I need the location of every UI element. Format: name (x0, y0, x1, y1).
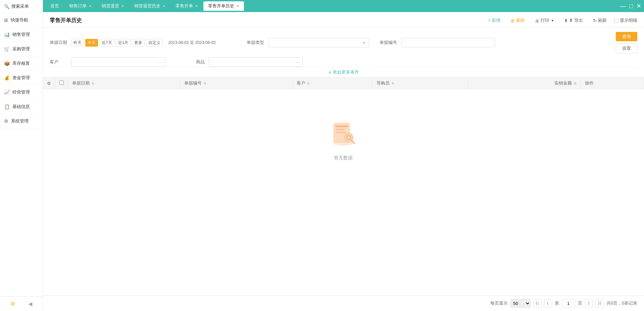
print-button[interactable]: 🖨 打印 ▼ (532, 16, 557, 25)
sidebar-search-label: 搜索采单 (11, 3, 29, 9)
action-buttons: 查询 设置 (616, 32, 637, 53)
th-doc-date[interactable]: 单据日期 ⇅ (68, 77, 180, 89)
svg-rect-3 (335, 129, 345, 130)
collapse-up-icon: ∧ (328, 70, 332, 75)
last-page-btn[interactable]: ⟩⟩ (596, 299, 604, 307)
th-guide[interactable]: 导购员 ⇅ (373, 77, 468, 89)
window-close-btn[interactable]: ✕ (636, 2, 641, 10)
tab-retail-open-close[interactable]: ✕ (195, 4, 198, 8)
window-maximize-btn[interactable]: □ (629, 3, 633, 10)
sidebar-item-base-info[interactable]: 📋 基础信息 (0, 100, 43, 114)
th-doc-no-label: 单据编号 (184, 81, 202, 86)
tab-home-label: 首页 (50, 3, 59, 9)
sidebar-item-label: 基础信息 (12, 104, 30, 110)
print-icon: 🖨 (535, 18, 539, 23)
tab-bar: 首页 销售订单 ✕ 销货退货 ✕ 销货退货历史 ✕ 零售开单 ✕ 零售开单历史 … (43, 0, 644, 12)
delete-button[interactable]: 🗑 删除 (508, 16, 528, 25)
tab-home[interactable]: 首页 (46, 1, 64, 11)
th-actual-amount[interactable]: 实销金额 ⇅ (468, 77, 581, 89)
doc-no-label: 单据编号 (380, 40, 397, 46)
date-btn-custom[interactable]: 自定义 (146, 39, 163, 47)
sidebar-item-operations[interactable]: 📈 经营管理 (0, 85, 43, 100)
tab-sales-return-label: 销货退货 (102, 3, 119, 9)
doc-type-chevron-icon: ▼ (362, 41, 366, 45)
sort-doc-date-icon: ⇅ (92, 82, 94, 85)
sidebar-item-purchase-mgmt[interactable]: 🛒 采购管理 (0, 42, 43, 56)
show-detail-toggle[interactable]: 显示明细 (614, 17, 637, 23)
add-label: + 新增 (488, 17, 500, 23)
finance-icon: 💰 (4, 75, 10, 81)
filter-collapse-btn[interactable]: ∧ 收起更多条件 (50, 67, 637, 77)
query-button[interactable]: 查询 (616, 32, 637, 41)
export-label: ⬆ 导出 (569, 17, 583, 23)
tab-retail-open-history-close[interactable]: ✕ (236, 4, 239, 8)
filter-area: 单据日期 昨天 今天 近7天 近1月 更多 自定义 2023-06-02 至 2… (43, 28, 644, 77)
settings-icon[interactable]: ⚙ (10, 301, 15, 307)
collapse-label: 收起更多条件 (333, 69, 359, 75)
tab-sales-order-close[interactable]: ✕ (89, 4, 92, 8)
tab-sales-order[interactable]: 销售订单 ✕ (64, 1, 96, 11)
goods-select[interactable]: ··· (209, 57, 303, 67)
window-minimize-btn[interactable]: — (620, 3, 626, 10)
data-table: ⚙ 单据日期 ⇅ 单据编号 ⇅ (43, 77, 644, 188)
export-button[interactable]: ⬆ ⬆ 导出 (561, 16, 586, 25)
tab-sales-return-history-close[interactable]: ✕ (162, 4, 165, 8)
show-detail-checkbox[interactable] (614, 18, 618, 23)
refresh-button[interactable]: ↻ 刷新 (590, 16, 609, 25)
doc-no-input[interactable] (401, 38, 495, 47)
filter-settings-button[interactable]: 设置 (616, 43, 637, 53)
date-buttons: 昨天 今天 近7天 近1月 更多 自定义 (71, 39, 163, 47)
date-btn-more[interactable]: 更多 (132, 39, 145, 47)
th-checkbox (55, 77, 68, 89)
date-btn-today[interactable]: 今天 (85, 39, 98, 47)
th-doc-no[interactable]: 单据编号 ⇅ (180, 77, 292, 89)
show-detail-label: 显示明细 (620, 17, 637, 23)
filter-row-2: 客户 ··· 商品 ··· (50, 57, 637, 67)
date-btn-yesterday[interactable]: 昨天 (71, 39, 84, 47)
customer-dots[interactable]: ··· (158, 60, 162, 65)
sidebar-item-label: 系统管理 (11, 118, 29, 124)
print-label: 打印 (541, 17, 549, 23)
next-page-btn[interactable]: ⟩ (585, 299, 593, 307)
th-customer[interactable]: 客户 ⇅ (292, 77, 372, 89)
sort-guide-icon: ⇅ (392, 82, 394, 85)
sidebar-item-sys-mgmt[interactable]: ⚙ 系统管理 (0, 114, 43, 128)
date-btn-week7[interactable]: 近7天 (99, 39, 114, 47)
column-settings-icon[interactable]: ⚙ (47, 81, 51, 86)
tab-sales-return-history-label: 销货退货历史 (134, 3, 160, 9)
page-header: 零售开单历史 + 新增 🗑 删除 🖨 打印 ▼ ⬆ ⬆ 导出 (43, 12, 644, 28)
tab-sales-return-close[interactable]: ✕ (121, 4, 124, 8)
sidebar-item-quick-nav[interactable]: ⊞ 快捷导航 (0, 13, 43, 28)
date-btn-month1[interactable]: 近1月 (116, 39, 131, 47)
th-actions: 操作 (581, 77, 644, 89)
first-page-btn[interactable]: ⟨⟨ (533, 299, 541, 307)
sidebar-item-inventory[interactable]: 📦 库存核算 (0, 56, 43, 71)
select-all-checkbox[interactable] (59, 81, 64, 85)
toolbar: + 新增 🗑 删除 🖨 打印 ▼ ⬆ ⬆ 导出 ↻ 刷新 (485, 16, 637, 25)
current-page-input[interactable]: 1 (562, 299, 575, 308)
tab-retail-open-history[interactable]: 零售开单历史 ✕ (203, 1, 244, 11)
export-icon: ⬆ (564, 18, 568, 23)
print-chevron-icon: ▼ (551, 19, 554, 22)
collapse-sidebar-icon[interactable]: ◀ (28, 301, 32, 307)
doc-type-select[interactable]: ▼ (268, 38, 369, 47)
sidebar-item-sales-mgmt[interactable]: 📊 销售管理 (0, 28, 43, 42)
svg-rect-4 (335, 132, 346, 133)
tab-sales-return-history[interactable]: 销货退货历史 ✕ (130, 1, 170, 11)
tab-sales-return[interactable]: 销货退货 ✕ (97, 1, 129, 11)
page-size-select[interactable]: 10 20 50 100 (510, 299, 531, 308)
tab-retail-open[interactable]: 零售开单 ✕ (171, 1, 203, 11)
sidebar-search[interactable]: 🔍 搜索采单 (0, 0, 43, 13)
refresh-label: 刷新 (598, 17, 607, 23)
empty-state: 暂无数据 (43, 89, 644, 188)
page-label: 第 (555, 300, 559, 306)
sidebar-item-finance[interactable]: 💰 资金管理 (0, 71, 43, 85)
prev-page-btn[interactable]: ⟨ (544, 299, 552, 307)
filter-row-1: 单据日期 昨天 今天 近7天 近1月 更多 自定义 2023-06-02 至 2… (50, 32, 637, 53)
add-button[interactable]: + 新增 (485, 16, 503, 25)
th-gear[interactable]: ⚙ (43, 77, 55, 89)
sys-mgmt-icon: ⚙ (4, 118, 8, 124)
customer-select[interactable]: ··· (71, 57, 165, 67)
goods-dots[interactable]: ··· (296, 60, 300, 65)
total-info: 共0页，0条记录 (606, 300, 637, 306)
